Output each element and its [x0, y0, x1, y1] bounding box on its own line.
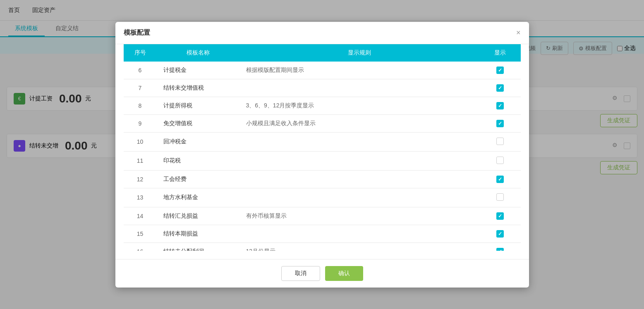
row-checkbox-cell	[479, 207, 521, 225]
col-header-name: 模板名称	[157, 44, 239, 62]
row-rule: 12月份显示	[239, 242, 479, 251]
row-checkbox-cell	[479, 114, 521, 132]
template-config-modal: 模板配置 × 序号 模板名称 显示规则 显示 6计提税金根据模版配置期间显	[115, 22, 529, 288]
row-name: 工会经费	[157, 170, 239, 188]
row-name: 结转本期损益	[157, 225, 239, 242]
row-id: 8	[124, 97, 157, 114]
row-checkbox-cell	[479, 79, 521, 97]
row-name: 结转未交增值税	[157, 79, 239, 97]
config-table: 序号 模板名称 显示规则 显示 6计提税金根据模版配置期间显示7结转未交增值税8…	[124, 44, 521, 251]
row-name: 免交增值税	[157, 114, 239, 132]
row-checkbox[interactable]	[496, 67, 504, 74]
row-id: 9	[124, 114, 157, 132]
table-row: 16结转未分配利润12月份显示	[124, 242, 521, 251]
row-id: 14	[124, 207, 157, 225]
row-checkbox[interactable]	[496, 193, 504, 201]
row-id: 13	[124, 188, 157, 207]
row-name: 结转汇兑损益	[157, 207, 239, 225]
row-checkbox[interactable]	[496, 212, 504, 220]
row-id: 11	[124, 151, 157, 170]
row-checkbox-cell	[479, 62, 521, 79]
table-row: 7结转未交增值税	[124, 79, 521, 97]
table-row: 12工会经费	[124, 170, 521, 188]
row-checkbox[interactable]	[496, 157, 504, 164]
row-id: 7	[124, 79, 157, 97]
row-checkbox[interactable]	[496, 84, 504, 92]
col-header-rule: 显示规则	[239, 44, 479, 62]
row-checkbox-cell	[479, 151, 521, 170]
row-id: 10	[124, 132, 157, 151]
row-rule: 3、6、9、12月按季度显示	[239, 97, 479, 114]
confirm-button[interactable]: 确认	[325, 266, 363, 281]
modal-overlay: 模板配置 × 序号 模板名称 显示规则 显示 6计提税金根据模版配置期间显	[0, 0, 644, 309]
row-checkbox[interactable]	[496, 120, 504, 127]
row-rule: 小规模且满足收入条件显示	[239, 114, 479, 132]
row-checkbox[interactable]	[496, 102, 504, 109]
row-checkbox[interactable]	[496, 230, 504, 238]
table-row: 13地方水利基金	[124, 188, 521, 207]
table-row: 8计提所得税3、6、9、12月按季度显示	[124, 97, 521, 114]
row-id: 15	[124, 225, 157, 242]
row-checkbox-cell	[479, 242, 521, 251]
row-checkbox[interactable]	[496, 248, 504, 251]
table-row: 9免交增值税小规模且满足收入条件显示	[124, 114, 521, 132]
table-row: 10回冲税金	[124, 132, 521, 151]
row-checkbox-cell	[479, 97, 521, 114]
col-header-display: 显示	[479, 44, 521, 62]
table-row: 6计提税金根据模版配置期间显示	[124, 62, 521, 79]
row-checkbox-cell	[479, 225, 521, 242]
row-name: 地方水利基金	[157, 188, 239, 207]
row-rule	[239, 151, 479, 170]
row-name: 结转未分配利润	[157, 242, 239, 251]
row-rule	[239, 170, 479, 188]
modal-footer: 取消 确认	[115, 259, 529, 288]
col-header-id: 序号	[124, 44, 157, 62]
row-rule	[239, 132, 479, 151]
row-name: 回冲税金	[157, 132, 239, 151]
row-rule: 有外币核算显示	[239, 207, 479, 225]
row-checkbox-cell	[479, 188, 521, 207]
modal-close-button[interactable]: ×	[516, 29, 521, 36]
table-row: 14结转汇兑损益有外币核算显示	[124, 207, 521, 225]
row-name: 计提税金	[157, 62, 239, 79]
row-id: 6	[124, 62, 157, 79]
modal-body: 序号 模板名称 显示规则 显示 6计提税金根据模版配置期间显示7结转未交增值税8…	[115, 44, 529, 259]
table-row: 11印花税	[124, 151, 521, 170]
modal-title: 模板配置	[124, 29, 150, 37]
row-rule	[239, 225, 479, 242]
row-rule	[239, 188, 479, 207]
table-wrapper[interactable]: 序号 模板名称 显示规则 显示 6计提税金根据模版配置期间显示7结转未交增值税8…	[124, 44, 521, 251]
table-row: 15结转本期损益	[124, 225, 521, 242]
row-checkbox[interactable]	[496, 138, 504, 145]
row-checkbox[interactable]	[496, 176, 504, 183]
row-rule	[239, 79, 479, 97]
row-checkbox-cell	[479, 170, 521, 188]
row-id: 16	[124, 242, 157, 251]
row-name: 计提所得税	[157, 97, 239, 114]
row-checkbox-cell	[479, 132, 521, 151]
cancel-button[interactable]: 取消	[281, 266, 320, 281]
row-name: 印花税	[157, 151, 239, 170]
row-rule: 根据模版配置期间显示	[239, 62, 479, 79]
row-id: 12	[124, 170, 157, 188]
